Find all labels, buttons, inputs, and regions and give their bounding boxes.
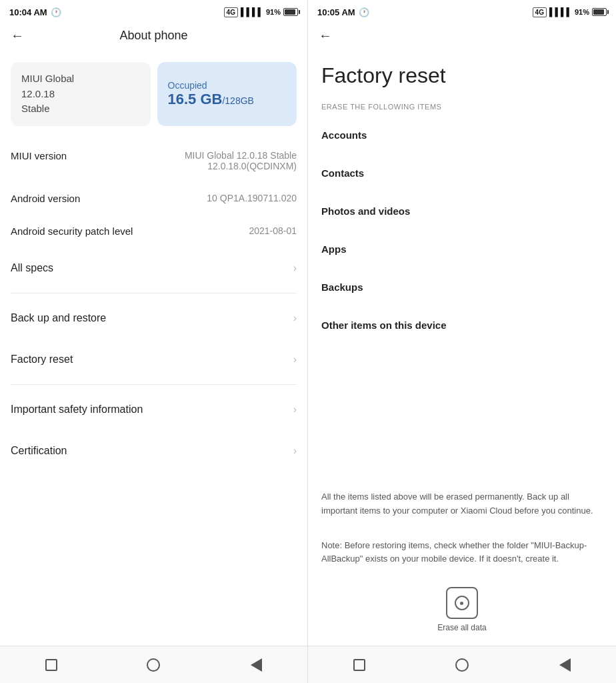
backup-restore-row[interactable]: Back up and restore › [0,297,307,339]
battery-icon [283,8,298,16]
right-status-right: 4G ▌▌▌▌ 91% [533,7,607,17]
android-version-row: Android version 10 QP1A.190711.020 [0,182,307,215]
storage-box: Occupied 16.5 GB/128GB [157,62,297,126]
right-back-icon [559,658,571,672]
factory-reset-title: Factory reset [308,50,616,96]
right-home-icon [455,658,469,672]
erase-items-list: Accounts Contacts Photos and videos Apps… [308,116,616,480]
left-home-btn[interactable] [144,656,163,674]
miui-version-label: MIUI version [11,150,117,161]
factory-reset-chevron: › [293,354,297,366]
right-back-button[interactable]: ← [319,28,332,43]
right-network-icon: 4G [533,7,547,17]
erase-section-label: ERASE THE FOLLOWING ITEMS [308,96,616,116]
signal-icon: ▌▌▌▌ [241,7,263,17]
erase-item-photos: Photos and videos [308,192,616,230]
storage-total: 128GB [225,95,254,106]
left-back-btn[interactable] [247,656,265,674]
left-status-bar: 10:04 AM 🕐 4G ▌▌▌▌ 91% [0,0,307,21]
right-battery-percent: 91% [575,8,589,16]
certification-label: Certification [11,445,67,457]
warning-text-2: Note: Before restoring items, check whet… [308,528,616,576]
left-back-button[interactable]: ← [11,28,24,43]
miui-info-box: MIUI Global 12.0.18 Stable [11,62,151,126]
android-version-label: Android version [11,193,117,204]
right-square-icon [353,659,365,671]
about-content: MIUI Global 12.0.18 Stable Occupied 16.5… [0,50,307,646]
erase-all-data-button[interactable]: Erase all data [437,587,486,632]
miui-version-text: MIUI Global 12.0.18 Stable [21,71,140,117]
left-square-icon [45,659,57,671]
all-specs-label: All specs [11,262,53,274]
right-home-btn[interactable] [453,656,471,674]
left-back-icon [251,658,262,672]
right-back-btn[interactable] [555,656,574,674]
right-panel: 10:05 AM 🕐 4G ▌▌▌▌ 91% ← Factory reset E… [308,0,616,683]
android-version-value: 10 QP1A.190711.020 [117,193,297,203]
certification-chevron: › [293,445,297,457]
erase-icon-square [446,587,478,619]
backup-restore-chevron: › [293,312,297,324]
network-icon: 4G [224,7,238,17]
left-panel: 10:04 AM 🕐 4G ▌▌▌▌ 91% ← About phone MIU… [0,0,308,683]
factory-reset-row[interactable]: Factory reset › [0,339,307,380]
right-square-btn[interactable] [350,656,369,674]
erase-button-label: Erase all data [437,623,486,632]
erase-item-backups: Backups [308,268,616,306]
warning-text-1: All the items listed above will be erase… [308,480,616,528]
certification-row[interactable]: Certification › [0,430,307,472]
miui-version-row: MIUI version MIUI Global 12.0.18 Stable1… [0,139,307,182]
left-status-right: 4G ▌▌▌▌ 91% [224,7,298,17]
safety-info-chevron: › [293,404,297,416]
left-time: 10:04 AM [9,7,47,17]
battery-percent: 91% [266,8,281,16]
right-battery-icon [592,8,607,16]
right-status-left: 10:05 AM 🕐 [317,7,369,17]
left-top-nav: ← About phone [0,21,307,50]
right-time: 10:05 AM [317,7,355,17]
erase-item-apps: Apps [308,230,616,268]
android-security-value: 2021-08-01 [133,225,297,236]
erase-item-other: Other items on this device [308,306,616,344]
miui-header: MIUI Global 12.0.18 Stable Occupied 16.5… [11,62,297,126]
right-bottom-nav [308,646,616,683]
safety-info-row[interactable]: Important safety information › [0,389,307,430]
divider-2 [11,384,297,385]
erase-icon-dot [460,602,463,605]
occupied-label: Occupied [168,80,287,91]
backup-restore-label: Back up and restore [11,312,106,324]
right-signal-icon: ▌▌▌▌ [549,7,572,17]
erase-item-contacts: Contacts [308,154,616,192]
right-top-nav: ← [308,21,616,50]
safety-info-label: Important safety information [11,404,143,416]
storage-amount: 16.5 GB [168,91,223,107]
left-home-icon [147,658,160,672]
android-security-row: Android security patch level 2021-08-01 [0,215,307,247]
left-page-title: About phone [32,29,275,43]
miui-version-value: MIUI Global 12.0.18 Stable12.0.18.0(QCDI… [117,150,297,171]
left-status-left: 10:04 AM 🕐 [9,7,61,17]
all-specs-chevron: › [293,262,297,274]
right-status-bar: 10:05 AM 🕐 4G ▌▌▌▌ 91% [308,0,616,21]
alarm-icon: 🕐 [51,7,61,17]
erase-item-accounts: Accounts [308,116,616,154]
android-security-label: Android security patch level [11,225,133,237]
factory-reset-label: Factory reset [11,354,73,366]
left-square-btn[interactable] [42,656,61,674]
erase-button-container: Erase all data [308,576,616,646]
divider-1 [11,293,297,293]
left-bottom-nav [0,646,307,683]
erase-icon-inner [455,596,469,610]
storage-display: 16.5 GB/128GB [168,91,287,108]
right-alarm-icon: 🕐 [359,7,369,17]
all-specs-row[interactable]: All specs › [0,247,307,289]
